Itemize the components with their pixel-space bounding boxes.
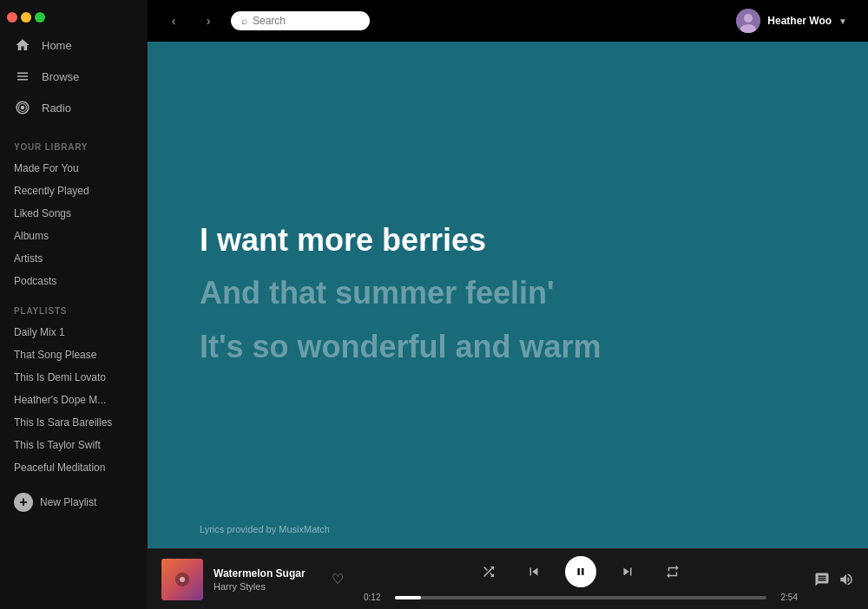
home-icon (14, 36, 31, 54)
back-button[interactable]: ‹ (161, 9, 186, 33)
browse-icon (14, 68, 31, 85)
playlist-item-this-is-demi-lovato[interactable]: This Is Demi Lovato (0, 366, 148, 389)
sidebar-item-recently-played[interactable]: Recently Played (0, 180, 148, 202)
lyric-line-3: It's so wonderful and warm (200, 322, 816, 372)
track-artist: Harry Styles (214, 581, 318, 592)
search-bar: ⌕ (231, 11, 370, 30)
library-section: Made For You Recently Played Liked Songs… (0, 157, 148, 292)
avatar-image (736, 9, 760, 33)
current-time: 0:12 (364, 593, 388, 602)
playlist-item-daily-mix-1[interactable]: Daily Mix 1 (0, 321, 148, 344)
control-buttons (475, 556, 687, 587)
window-controls (0, 9, 148, 29)
svg-point-7 (180, 577, 185, 582)
new-playlist-button[interactable]: + New Playlist (0, 486, 148, 519)
header-bar: ‹ › ⌕ Heather Woo ▼ (148, 0, 868, 42)
right-controls (814, 572, 854, 587)
radio-icon (14, 99, 31, 116)
playlist-item-heathers-dope[interactable]: Heather's Dope M... (0, 389, 148, 411)
avatar (736, 9, 760, 33)
sidebar-item-browse[interactable]: Browse (0, 61, 148, 92)
track-art-image (161, 559, 203, 600)
now-playing-bar: Watermelon Sugar Harry Styles ♡ (148, 548, 868, 609)
close-button[interactable] (7, 12, 17, 23)
play-pause-button[interactable] (565, 556, 596, 587)
sidebar-item-home[interactable]: Home (0, 29, 148, 61)
total-time: 2:54 (773, 593, 798, 602)
lyric-line-2: And that summer feelin' (200, 268, 816, 318)
next-button[interactable] (614, 558, 641, 586)
lyrics-button[interactable] (814, 572, 830, 587)
main-content: ‹ › ⌕ Heather Woo ▼ (148, 0, 868, 609)
lyrics-credit: Lyrics provided by MusixMatch (200, 524, 330, 534)
playlist-item-taylor-swift[interactable]: This Is Taylor Swift (0, 434, 148, 456)
user-name: Heather Woo (767, 15, 832, 27)
playlist-item-sara-bareilles[interactable]: This Is Sara Bareilles (0, 411, 148, 434)
playlist-item-that-song-please[interactable]: That Song Please (0, 344, 148, 366)
sidebar-item-podcasts[interactable]: Podcasts (0, 270, 148, 292)
playlists-label: PLAYLISTS (0, 296, 148, 321)
like-button[interactable]: ♡ (328, 567, 347, 591)
search-input[interactable] (253, 15, 348, 27)
sidebar-item-made-for-you[interactable]: Made For You (0, 157, 148, 180)
sidebar-item-artists[interactable]: Artists (0, 247, 148, 270)
sidebar-item-radio[interactable]: Radio (0, 92, 148, 123)
forward-button[interactable]: › (196, 9, 220, 33)
repeat-button[interactable] (659, 558, 687, 586)
playlists-section: Daily Mix 1 That Song Please This Is Dem… (0, 321, 148, 479)
track-info: Watermelon Sugar Harry Styles (214, 567, 318, 592)
playlist-item-peaceful-meditation[interactable]: Peaceful Meditation (0, 456, 148, 479)
search-icon: ⌕ (241, 15, 247, 27)
progress-fill (395, 596, 421, 599)
lyric-line-1: I want more berries (200, 215, 816, 265)
user-profile[interactable]: Heather Woo ▼ (733, 5, 854, 36)
maximize-button[interactable] (35, 12, 45, 23)
main-nav: Home Browse Radio (0, 29, 148, 132)
speaker-button[interactable] (838, 572, 854, 587)
library-label: YOUR LIBRARY (0, 132, 148, 157)
sidebar-item-liked-songs[interactable]: Liked Songs (0, 202, 148, 225)
shuffle-button[interactable] (475, 558, 503, 586)
svg-point-3 (744, 14, 753, 23)
player-controls: 0:12 2:54 (358, 556, 804, 602)
track-artwork (161, 559, 203, 600)
plus-icon: + (14, 493, 33, 512)
chevron-down-icon: ▼ (838, 16, 847, 26)
lyrics-area: I want more berries And that summer feel… (148, 42, 868, 548)
sidebar: Home Browse Radio YOUR LIBRARY Made For … (0, 0, 148, 609)
progress-bar-container: 0:12 2:54 (364, 593, 798, 602)
track-title: Watermelon Sugar (214, 567, 318, 580)
svg-point-0 (21, 106, 25, 110)
minimize-button[interactable] (21, 12, 31, 23)
progress-track[interactable] (395, 596, 766, 599)
sidebar-item-albums[interactable]: Albums (0, 225, 148, 247)
previous-button[interactable] (520, 558, 548, 586)
